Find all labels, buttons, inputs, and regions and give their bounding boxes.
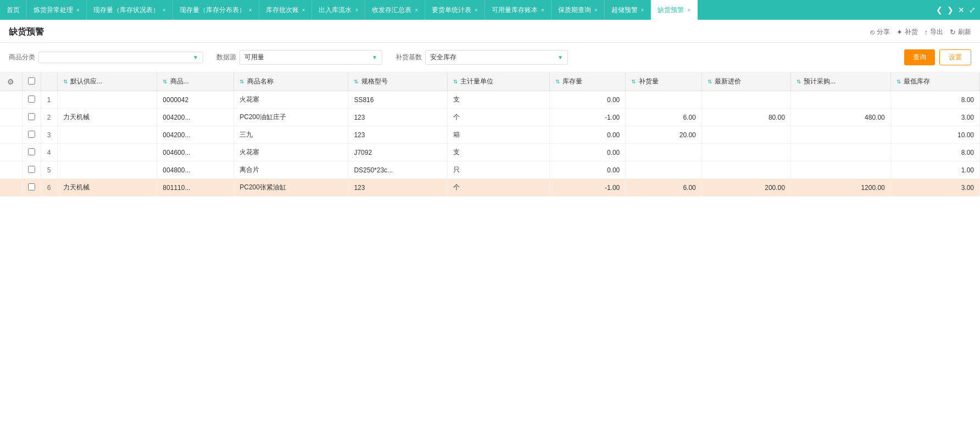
row-number: 4 (41, 144, 57, 161)
close-icon[interactable]: × (249, 7, 252, 13)
product-name-cell: 火花塞 (234, 144, 348, 161)
unit-cell: 支 (447, 91, 549, 109)
tab-receive-summary[interactable]: 收发存汇总表 × (365, 0, 425, 20)
close-icon[interactable]: × (594, 7, 598, 13)
row-checkbox[interactable] (28, 148, 35, 155)
replenish-cell (626, 91, 702, 109)
refresh-icon: ↻ (950, 28, 956, 36)
tab-expiry-query[interactable]: 保质期查询 × (552, 0, 605, 20)
spec-cell: 123 (348, 126, 448, 144)
tab-shortage[interactable]: 缺货预警 × (651, 0, 698, 20)
refresh-button[interactable]: ↻ 刷新 (950, 27, 971, 37)
replenish-cell: 6.00 (626, 179, 702, 197)
share-button[interactable]: ⎋ 分享 (870, 27, 890, 37)
tab-scroll-right[interactable]: ❯ (945, 4, 956, 15)
tab-exception[interactable]: 炼货异常处理 × (27, 0, 87, 20)
export-icon: ↑ (925, 28, 928, 36)
datasource-select[interactable]: 可用量 ▼ (240, 50, 382, 65)
tab-overstock[interactable]: 超储预警 × (605, 0, 652, 20)
settings-button[interactable]: 设置 (939, 49, 971, 65)
close-icon[interactable]: × (163, 7, 166, 13)
gear-cell (0, 179, 22, 197)
sort-icon: ⇅ (240, 79, 244, 85)
replenish-base-filter-group: 补货基数 安全库存 ▼ (396, 50, 568, 65)
table-body: 1 0000042 火花塞 SS816 支 0.00 8.00 2 力天机械 0… (0, 91, 980, 197)
close-icon[interactable]: × (541, 7, 544, 13)
stock-cell: 0.00 (549, 91, 626, 109)
row-checkbox[interactable] (28, 113, 35, 120)
row-checkbox[interactable] (28, 96, 35, 103)
tab-inout-flow[interactable]: 出入库流水 × (312, 0, 365, 20)
latest-price-cell: 80.00 (701, 109, 790, 126)
page-title: 缺货预警 (9, 26, 44, 38)
replenish-base-select[interactable]: 安全库存 ▼ (425, 50, 568, 65)
tab-available-ledger[interactable]: 可用量库存账本 × (485, 0, 552, 20)
datasource-select-value: 可用量 (244, 53, 264, 62)
close-icon[interactable]: × (475, 7, 478, 13)
gear-cell (0, 126, 22, 144)
gear-icon[interactable]: ⚙ (7, 77, 14, 86)
tab-batch-account[interactable]: 库存批次账 × (259, 0, 313, 20)
tab-fullscreen[interactable]: ⤢ (967, 4, 978, 15)
close-icon[interactable]: × (302, 7, 305, 13)
product-code-cell: 004600... (157, 144, 234, 161)
row-number: 5 (41, 161, 57, 179)
table-row: 6 力天机械 801110... PC200张紧油缸 123 个 -1.00 6… (0, 179, 980, 197)
row-checkbox[interactable] (28, 183, 35, 191)
category-select[interactable]: ▼ (38, 52, 203, 63)
est-purchase-cell (790, 126, 890, 144)
export-button[interactable]: ↑ 导出 (925, 27, 944, 37)
min-stock-cell: 8.00 (890, 144, 979, 161)
min-stock-cell: 3.00 (890, 109, 979, 126)
close-icon[interactable]: × (415, 7, 418, 13)
datasource-filter-group: 数据源 可用量 ▼ (216, 50, 382, 65)
chevron-down-icon: ▼ (372, 54, 377, 60)
row-checkbox-cell (22, 126, 41, 144)
sort-icon: ⇅ (897, 79, 901, 85)
query-button[interactable]: 查询 (904, 49, 935, 65)
row-checkbox[interactable] (28, 166, 35, 173)
supplier-cell (57, 161, 157, 179)
checkbox-column-header (22, 72, 41, 91)
sort-icon: ⇅ (63, 79, 68, 85)
latest-price-column-header: ⇅ 最新进价 (701, 72, 790, 91)
select-all-checkbox[interactable] (28, 77, 35, 85)
tab-home[interactable]: 首页 (0, 0, 27, 20)
tab-scroll-left[interactable]: ❮ (934, 4, 945, 15)
filter-actions: 查询 设置 (904, 49, 971, 65)
close-icon[interactable]: × (641, 7, 644, 13)
latest-price-cell: 200.00 (701, 179, 790, 197)
latest-price-cell (701, 91, 790, 109)
sort-icon: ⇅ (354, 79, 358, 85)
est-purchase-cell (790, 91, 890, 109)
close-icon[interactable]: × (76, 7, 80, 13)
close-icon[interactable]: × (687, 7, 691, 13)
est-purchase-cell: 480.00 (790, 109, 890, 126)
replenish-column-header: ⇅ 补货量 (626, 72, 702, 91)
row-checkbox[interactable] (28, 131, 35, 138)
tab-inventory-status[interactable]: 现存量（库存状况表） × (87, 0, 173, 20)
spec-cell: J7092 (348, 144, 448, 161)
stock-cell: -1.00 (549, 179, 626, 197)
main-content: 缺货预警 ⎋ 分享 ✦ 补货 ↑ 导出 ↻ 刷新 商品分类 (0, 20, 980, 437)
est-purchase-column-header: ⇅ 预计采购... (790, 72, 890, 91)
tab-inventory-dist[interactable]: 现存量（库存分布表） × (173, 0, 259, 20)
page-header: 缺货预警 ⎋ 分享 ✦ 补货 ↑ 导出 ↻ 刷新 (0, 20, 980, 43)
table-row: 4 004600... 火花塞 J7092 支 0.00 8.00 (0, 144, 980, 161)
gear-cell (0, 91, 22, 109)
gear-column-header: ⚙ (0, 72, 22, 91)
unit-cell: 支 (447, 144, 549, 161)
sort-icon: ⇅ (555, 79, 560, 85)
product-code-cell: 0000042 (157, 91, 234, 109)
table-row: 2 力天机械 004200... PC200油缸庄子 123 个 -1.00 6… (0, 109, 980, 126)
unit-cell: 只 (447, 161, 549, 179)
min-stock-cell: 3.00 (890, 179, 979, 197)
restock-button[interactable]: ✦ 补货 (897, 27, 918, 37)
spec-cell: 123 (348, 179, 448, 197)
tab-close-all[interactable]: ✕ (956, 4, 967, 15)
unit-column-header: ⇅ 主计量单位 (447, 72, 549, 91)
stock-cell: 0.00 (549, 144, 626, 161)
close-icon[interactable]: × (355, 7, 358, 13)
header-actions: ⎋ 分享 ✦ 补货 ↑ 导出 ↻ 刷新 (870, 27, 972, 37)
tab-purchase-stat[interactable]: 要货单统计表 × (425, 0, 485, 20)
